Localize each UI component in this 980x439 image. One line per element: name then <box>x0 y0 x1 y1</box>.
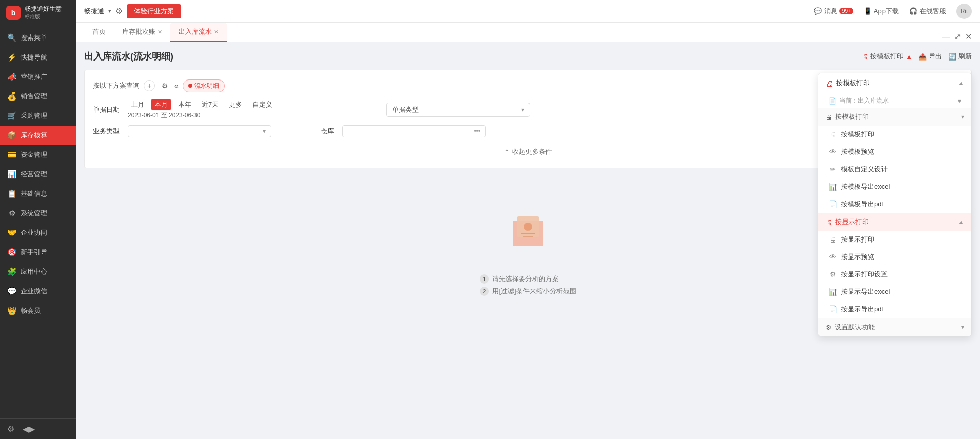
topbar-app-download[interactable]: 📱 App下载 <box>864 7 899 16</box>
close-window-button[interactable]: ✕ <box>965 32 972 42</box>
page-header: 出入库流水(流水明细) 🖨 按模板打印 ▲ 📤 导出 🔄 刷新 <box>84 50 972 63</box>
topbar-dropdown-arrow[interactable]: ▾ <box>108 8 111 14</box>
tab-home[interactable]: 首页 <box>84 23 114 42</box>
date-tab-more[interactable]: 更多 <box>226 99 245 110</box>
refresh-button[interactable]: 🔄 刷新 <box>948 52 972 61</box>
sidebar-item-business[interactable]: 📊 经营管理 <box>0 165 76 184</box>
sidebar-item-sales[interactable]: 💰 销售管理 <box>0 87 76 106</box>
date-tabs-group: 上月 本月 本年 近7天 更多 自定义 2023-06-01 至 2023-06… <box>128 99 276 120</box>
voucher-type-label: 单据类型 <box>392 105 419 114</box>
voucher-type-arrow: ▾ <box>521 106 524 113</box>
sidebar-collapse-icon[interactable]: ◀▶ <box>23 424 35 434</box>
dropdown-item-template-pdf[interactable]: 📄 按模板导出pdf <box>818 195 971 213</box>
sidebar-item-shortcut[interactable]: ⚡ 快捷导航 <box>0 48 76 67</box>
online-service-label: 在线客服 <box>919 7 946 16</box>
tabbar-controls: — ⤢ ✕ <box>942 32 972 42</box>
filter-settings-button[interactable]: ⚙ <box>159 80 170 91</box>
sales-icon: 💰 <box>7 92 16 101</box>
dropdown-section-template-header[interactable]: 🖨 按模板打印 ▾ <box>818 108 971 126</box>
default-feature-title: ⚙ 设置默认功能 <box>826 323 875 332</box>
purchase-icon: 🛒 <box>7 111 16 121</box>
dropdown-section-display-header[interactable]: 🖨 按显示打印 ▲ <box>818 213 971 231</box>
sidebar-item-guide[interactable]: 🎯 新手引导 <box>0 243 76 262</box>
current-text: 当前：出入库流水 <box>839 96 889 105</box>
sidebar-item-collab[interactable]: 🤝 企业协同 <box>0 223 76 243</box>
tab-batch[interactable]: 库存批次账 ✕ <box>114 23 170 42</box>
sidebar-item-purchase[interactable]: 🛒 采购管理 <box>0 106 76 126</box>
wechat-icon: 💬 <box>7 287 16 296</box>
sidebar-item-basic-label: 基础信息 <box>21 189 47 198</box>
inventory-icon: 📦 <box>7 131 16 140</box>
dropdown-item-template-custom[interactable]: ✏ 模板自定义设计 <box>818 161 971 178</box>
sidebar-settings-icon[interactable]: ⚙ <box>7 424 14 434</box>
topbar-user-area: 畅捷通 ▾ ⚙ 体验行业方案 <box>84 4 808 18</box>
date-tab-prev-month[interactable]: 上月 <box>128 99 147 110</box>
app-logo-icon: b <box>6 6 21 20</box>
filter-collapse-arrow[interactable]: « <box>174 82 179 90</box>
tab-flow-close[interactable]: ✕ <box>214 29 219 35</box>
tab-batch-close[interactable]: ✕ <box>158 29 162 35</box>
sidebar-item-marketing[interactable]: 📣 营销推广 <box>0 67 76 87</box>
tab-flow[interactable]: 出入库流水 ✕ <box>170 23 227 42</box>
sidebar-item-wechat[interactable]: 💬 企业微信 <box>0 282 76 301</box>
filter-add-button[interactable]: + <box>144 80 155 91</box>
export-icon: 📤 <box>918 53 927 61</box>
section-template-title: 🖨 按模板打印 <box>826 112 869 122</box>
sidebar-item-apps[interactable]: 🧩 应用中心 <box>0 262 76 282</box>
sidebar-nav: 🔍 搜索菜单 ⚡ 快捷导航 📣 营销推广 💰 销售管理 🛒 采购管理 📦 库存核… <box>0 26 76 418</box>
dropdown-item-display-preview[interactable]: 👁 按显示预览 <box>818 248 971 266</box>
item-display-excel-icon: 📊 <box>829 288 837 296</box>
sidebar-item-system[interactable]: ⚙ 系统管理 <box>0 204 76 223</box>
dropdown-item-display-print[interactable]: 🖨 按显示打印 <box>818 231 971 248</box>
item-custom-icon: ✏ <box>829 165 837 173</box>
sidebar-item-member[interactable]: 👑 畅会员 <box>0 301 76 321</box>
sidebar-item-search[interactable]: 🔍 搜索菜单 <box>0 28 76 48</box>
export-button[interactable]: 📤 导出 <box>918 52 942 61</box>
filter-search-label: 按以下方案查询 <box>93 81 140 90</box>
dropdown-item-display-settings[interactable]: ⚙ 按显示打印设置 <box>818 266 971 283</box>
dropdown-item-template-print[interactable]: 🖨 按模板打印 <box>818 126 971 143</box>
active-filter-tag: 流水明细 <box>183 79 225 92</box>
dropdown-item-template-excel[interactable]: 📊 按模板导出excel <box>818 178 971 195</box>
date-tab-current-year[interactable]: 本年 <box>175 99 194 110</box>
filter-tag-dot <box>188 84 192 88</box>
sidebar-item-shortcut-label: 快捷导航 <box>21 53 47 62</box>
voucher-type-group: 单据类型 ▾ <box>386 103 530 117</box>
dropdown-item-display-excel[interactable]: 📊 按显示导出excel <box>818 283 971 301</box>
date-tab-custom[interactable]: 自定义 <box>249 99 276 110</box>
app-download-label: App下载 <box>874 7 899 16</box>
tab-batch-label: 库存批次账 <box>122 27 155 36</box>
current-icon: 📄 <box>829 97 836 105</box>
dropdown-item-template-preview[interactable]: 👁 按模板预览 <box>818 143 971 161</box>
sidebar-item-basic[interactable]: 📋 基础信息 <box>0 184 76 204</box>
default-feature-arrow: ▾ <box>961 324 964 331</box>
topbar-settings-icon[interactable]: ⚙ <box>115 6 123 16</box>
topbar-avatar[interactable]: Rit <box>956 4 972 19</box>
app-download-icon: 📱 <box>864 7 872 15</box>
sidebar-item-finance[interactable]: 💳 资金管理 <box>0 145 76 165</box>
item-display-settings-icon: ⚙ <box>829 270 837 278</box>
sidebar-item-inventory[interactable]: 📦 库存核算 <box>0 126 76 145</box>
minimize-button[interactable]: — <box>942 32 950 42</box>
trial-button[interactable]: 体验行业方案 <box>127 4 181 18</box>
page-actions: 🖨 按模板打印 ▲ 📤 导出 🔄 刷新 <box>861 52 972 61</box>
maximize-button[interactable]: ⤢ <box>954 32 961 42</box>
topbar-online-service[interactable]: 🎧 在线客服 <box>909 7 946 16</box>
svg-rect-4 <box>523 236 533 237</box>
warehouse-field[interactable]: ••• <box>342 125 486 137</box>
sidebar-item-sales-label: 销售管理 <box>21 92 47 101</box>
online-service-icon: 🎧 <box>909 7 917 15</box>
dropdown-default-feature[interactable]: ⚙ 设置默认功能 ▾ <box>818 318 971 336</box>
biz-type-field[interactable]: ▾ <box>128 125 271 137</box>
date-tab-current-month[interactable]: 本月 <box>151 99 171 110</box>
section-display-title: 🖨 按显示打印 <box>826 217 869 227</box>
date-tab-7days[interactable]: 近7天 <box>199 99 222 110</box>
topbar: 畅捷通 ▾ ⚙ 体验行业方案 💬 消息 99+ 📱 App下载 🎧 在线客服 R… <box>76 0 980 23</box>
member-icon: 👑 <box>7 306 16 315</box>
topbar-messages[interactable]: 💬 消息 99+ <box>814 7 853 16</box>
print-template-button[interactable]: 🖨 按模板打印 ▲ <box>861 52 912 61</box>
voucher-type-field[interactable]: 单据类型 ▾ <box>386 103 530 117</box>
dropdown-item-display-pdf[interactable]: 📄 按显示导出pdf <box>818 301 971 318</box>
dropdown-header[interactable]: 🖨 按模板打印 ▲ <box>818 73 971 93</box>
section-template-icon: 🖨 <box>826 113 832 121</box>
